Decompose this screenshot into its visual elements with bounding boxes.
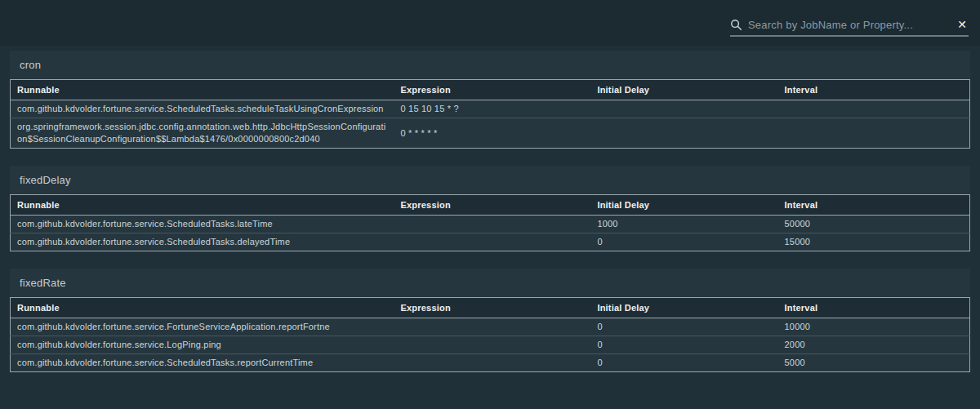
search-icon [730, 19, 742, 31]
search-input[interactable] [748, 19, 950, 31]
search-box[interactable]: ✕ [730, 15, 969, 37]
cell-runnable: com.github.kdvolder.fortune.service.LogP… [11, 336, 394, 354]
table-row: com.github.kdvolder.fortune.service.Sche… [11, 100, 970, 118]
column-expression: Expression [394, 80, 591, 100]
table-row: com.github.kdvolder.fortune.service.Sche… [11, 216, 970, 233]
cell-expression [394, 216, 591, 233]
cell-runnable: com.github.kdvolder.fortune.service.Sche… [11, 100, 394, 118]
column-initial-delay: Initial Delay [590, 80, 777, 100]
cell-runnable: com.github.kdvolder.fortune.service.Sche… [11, 354, 394, 372]
cell-expression: 0 * * * * * [394, 118, 591, 149]
cell-interval: 10000 [778, 318, 970, 336]
table-row: org.springframework.session.jdbc.config.… [11, 118, 970, 149]
column-interval: Interval [778, 80, 970, 100]
cell-runnable: com.github.kdvolder.fortune.service.Fort… [11, 318, 394, 336]
column-interval: Interval [778, 298, 970, 318]
cell-interval [778, 100, 970, 118]
cell-interval: 50000 [778, 216, 970, 233]
cell-expression [394, 336, 591, 354]
section-fixed-rate: fixedRate Runnable Expression Initial De… [10, 269, 970, 372]
section-title: fixedDelay [10, 166, 970, 194]
fixed-delay-table: Runnable Expression Initial Delay Interv… [10, 194, 970, 251]
close-x-icon[interactable]: ✕ [956, 19, 969, 32]
table-header-row: Runnable Expression Initial Delay Interv… [11, 298, 970, 318]
cell-initial-delay [590, 100, 777, 118]
column-runnable: Runnable [11, 298, 394, 318]
cell-interval: 15000 [778, 233, 970, 251]
cell-initial-delay: 0 [590, 318, 777, 336]
column-initial-delay: Initial Delay [590, 195, 777, 216]
section-title: cron [10, 51, 970, 79]
column-runnable: Runnable [11, 195, 394, 216]
cron-table: Runnable Expression Initial Delay Interv… [10, 79, 970, 149]
scheduled-tasks-content: cron Runnable Expression Initial Delay I… [0, 46, 980, 372]
cell-interval [778, 118, 970, 149]
cell-runnable: com.github.kdvolder.fortune.service.Sche… [11, 233, 394, 251]
table-header-row: Runnable Expression Initial Delay Interv… [11, 80, 970, 100]
cell-expression [394, 233, 591, 251]
cell-expression [394, 318, 591, 336]
fixed-rate-table: Runnable Expression Initial Delay Interv… [10, 297, 970, 372]
cell-runnable: com.github.kdvolder.fortune.service.Sche… [11, 216, 394, 233]
column-expression: Expression [394, 195, 591, 216]
column-interval: Interval [778, 195, 970, 216]
table-row: com.github.kdvolder.fortune.service.Sche… [11, 354, 970, 372]
column-expression: Expression [394, 298, 591, 318]
column-runnable: Runnable [11, 80, 394, 100]
table-row: com.github.kdvolder.fortune.service.Sche… [11, 233, 970, 251]
cell-expression: 0 15 10 15 * ? [394, 100, 591, 118]
cell-runnable: org.springframework.session.jdbc.config.… [11, 118, 394, 149]
section-title: fixedRate [10, 269, 970, 297]
cell-initial-delay: 0 [590, 354, 777, 372]
column-initial-delay: Initial Delay [590, 298, 777, 318]
cell-interval: 2000 [778, 336, 970, 354]
cell-expression [394, 354, 591, 372]
cell-initial-delay: 1000 [590, 216, 777, 233]
cell-initial-delay: 0 [590, 233, 777, 251]
section-fixed-delay: fixedDelay Runnable Expression Initial D… [10, 166, 970, 251]
cell-initial-delay: 0 [590, 336, 777, 354]
section-cron: cron Runnable Expression Initial Delay I… [10, 51, 970, 149]
table-row: com.github.kdvolder.fortune.service.LogP… [11, 336, 970, 354]
top-bar: ✕ [0, 0, 980, 46]
table-header-row: Runnable Expression Initial Delay Interv… [11, 195, 970, 216]
table-row: com.github.kdvolder.fortune.service.Fort… [11, 318, 970, 336]
cell-initial-delay [590, 118, 777, 149]
cell-interval: 5000 [778, 354, 970, 372]
